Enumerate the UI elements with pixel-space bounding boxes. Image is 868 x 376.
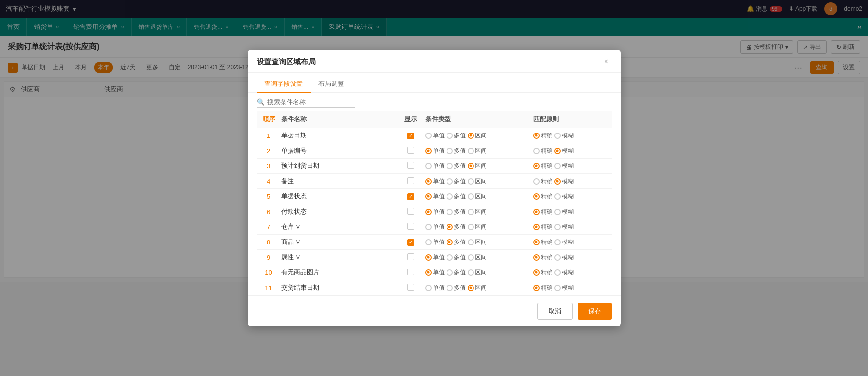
table-row: 5单据状态✓单值多值区间精确模糊 — [257, 189, 612, 204]
radio-rule-exact-3[interactable]: 精确 — [533, 162, 552, 170]
radio-type-multi-5[interactable]: 多值 — [447, 192, 466, 201]
table-row: 6付款状态单值多值区间精确模糊 — [257, 204, 612, 219]
dialog-tab-fields[interactable]: 查询字段设置 — [257, 76, 311, 93]
radio-type-multi-6[interactable]: 多值 — [447, 208, 466, 216]
checkbox-show-2[interactable] — [407, 147, 414, 154]
radio-type-multi-9[interactable]: 多值 — [447, 253, 466, 262]
radio-type-single-7[interactable]: 单值 — [425, 223, 445, 231]
radio-type-single-5[interactable]: 单值 — [425, 192, 445, 201]
checkbox-show-10[interactable] — [407, 269, 414, 275]
row-name-5: 单据状态 — [281, 192, 396, 201]
row-name-6: 付款状态 — [281, 207, 396, 216]
radio-rule-exact-5[interactable]: 精确 — [533, 192, 552, 201]
table-row: 9属性 ∨单值多值区间精确模糊 — [257, 250, 612, 265]
radio-type-single-8[interactable]: 单值 — [425, 238, 445, 246]
row-order-1: 1 — [257, 132, 281, 139]
dialog-table: 顺序 条件名称 显示 条件类型 匹配原则 1单据日期✓单值多值区间精确模糊2单据… — [248, 111, 621, 282]
checkbox-show-1[interactable]: ✓ — [407, 133, 414, 139]
row-name-2: 单据编号 — [281, 146, 396, 155]
radio-rule-fuzzy-8[interactable]: 模糊 — [554, 238, 574, 246]
radio-rule-exact-1[interactable]: 精确 — [533, 132, 552, 140]
radio-rule-fuzzy-5[interactable]: 模糊 — [554, 192, 574, 201]
radio-rule-exact-8[interactable]: 精确 — [533, 238, 552, 246]
table-row: 3预计到货日期单值多值区间精确模糊 — [257, 159, 612, 174]
row-order-3: 3 — [257, 162, 281, 170]
radio-type-single-6[interactable]: 单值 — [425, 208, 445, 216]
radio-type-single-3[interactable]: 单值 — [425, 162, 445, 170]
checkbox-show-9[interactable] — [407, 253, 414, 260]
row-name-10: 有无商品图片 — [281, 268, 396, 277]
dialog-header: 设置查询区域布局 × — [248, 50, 621, 73]
row-name-3: 预计到货日期 — [281, 161, 396, 170]
row-order-7: 7 — [257, 223, 281, 231]
radio-rule-exact-10[interactable]: 精确 — [533, 269, 552, 277]
radio-type-range-6[interactable]: 区间 — [468, 208, 487, 216]
checkbox-show-7[interactable] — [407, 223, 414, 230]
radio-rule-fuzzy-4[interactable]: 模糊 — [554, 177, 574, 186]
checkbox-show-8[interactable]: ✓ — [407, 239, 414, 246]
radio-type-range-1[interactable]: 区间 — [468, 132, 487, 140]
radio-rule-fuzzy-1[interactable]: 模糊 — [554, 132, 574, 140]
radio-rule-exact-4[interactable]: 精确 — [533, 177, 552, 186]
radio-type-range-8[interactable]: 区间 — [468, 238, 487, 246]
row-name-7: 仓库 ∨ — [281, 222, 396, 231]
table-row: 8商品 ∨✓单值多值区间精确模糊 — [257, 235, 612, 250]
radio-type-single-2[interactable]: 单值 — [425, 147, 445, 155]
radio-type-multi-2[interactable]: 多值 — [447, 147, 466, 155]
dialog-tab-layout[interactable]: 布局调整 — [311, 76, 352, 93]
table-rows-container: 1单据日期✓单值多值区间精确模糊2单据编号单值多值区间精确模糊3预计到货日期单值… — [257, 128, 612, 282]
checkbox-show-3[interactable] — [407, 162, 414, 169]
radio-rule-exact-2[interactable]: 精确 — [533, 147, 552, 155]
radio-rule-exact-6[interactable]: 精确 — [533, 208, 552, 216]
row-order-6: 6 — [257, 208, 281, 215]
checkbox-show-6[interactable] — [407, 208, 414, 215]
table-row: 11交货结束日期单值多值区间精确模糊 — [257, 280, 612, 282]
col-header-type: 条件类型 — [425, 115, 533, 124]
radio-type-range-9[interactable]: 区间 — [468, 253, 487, 262]
row-order-9: 9 — [257, 254, 281, 261]
radio-type-multi-1[interactable]: 多值 — [447, 132, 466, 140]
radio-type-single-4[interactable]: 单值 — [425, 177, 445, 186]
row-order-10: 10 — [257, 269, 281, 276]
radio-rule-fuzzy-10[interactable]: 模糊 — [554, 269, 574, 277]
radio-rule-exact-7[interactable]: 精确 — [533, 223, 552, 231]
radio-rule-fuzzy-7[interactable]: 模糊 — [554, 223, 574, 231]
radio-type-single-10[interactable]: 单值 — [425, 269, 445, 277]
col-header-name: 条件名称 — [281, 115, 396, 124]
radio-rule-fuzzy-3[interactable]: 模糊 — [554, 162, 574, 170]
col-header-rule: 匹配原则 — [533, 115, 612, 124]
dialog-close-button[interactable]: × — [601, 56, 612, 67]
table-row: 7仓库 ∨单值多值区间精确模糊 — [257, 219, 612, 235]
table-row: 2单据编号单值多值区间精确模糊 — [257, 143, 612, 159]
radio-type-range-7[interactable]: 区间 — [468, 223, 487, 231]
radio-rule-fuzzy-9[interactable]: 模糊 — [554, 253, 574, 262]
row-name-8: 商品 ∨ — [281, 238, 396, 246]
checkbox-show-5[interactable]: ✓ — [407, 193, 414, 200]
radio-type-range-5[interactable]: 区间 — [468, 192, 487, 201]
radio-type-range-4[interactable]: 区间 — [468, 177, 487, 186]
row-order-8: 8 — [257, 239, 281, 246]
search-input[interactable] — [267, 98, 355, 106]
radio-type-range-3[interactable]: 区间 — [468, 162, 487, 170]
col-header-show: 显示 — [396, 115, 425, 124]
radio-type-multi-4[interactable]: 多值 — [447, 177, 466, 186]
col-header-order: 顺序 — [257, 115, 281, 124]
radio-type-range-10[interactable]: 区间 — [468, 269, 487, 277]
radio-type-multi-7[interactable]: 多值 — [447, 223, 466, 231]
radio-rule-fuzzy-6[interactable]: 模糊 — [554, 208, 574, 216]
table-row: 1单据日期✓单值多值区间精确模糊 — [257, 128, 612, 143]
row-order-5: 5 — [257, 193, 281, 200]
radio-type-single-9[interactable]: 单值 — [425, 253, 445, 262]
radio-type-multi-10[interactable]: 多值 — [447, 269, 466, 277]
radio-rule-fuzzy-2[interactable]: 模糊 — [554, 147, 574, 155]
radio-type-multi-3[interactable]: 多值 — [447, 162, 466, 170]
table-header: 顺序 条件名称 显示 条件类型 匹配原则 — [257, 111, 612, 128]
checkbox-show-4[interactable] — [407, 177, 414, 184]
radio-type-multi-8[interactable]: 多值 — [447, 238, 466, 246]
radio-type-single-1[interactable]: 单值 — [425, 132, 445, 140]
radio-type-range-2[interactable]: 区间 — [468, 147, 487, 155]
row-order-2: 2 — [257, 147, 281, 155]
dialog-tabs: 查询字段设置 布局调整 — [248, 76, 621, 93]
table-row: 10有无商品图片单值多值区间精确模糊 — [257, 265, 612, 280]
radio-rule-exact-9[interactable]: 精确 — [533, 253, 552, 262]
